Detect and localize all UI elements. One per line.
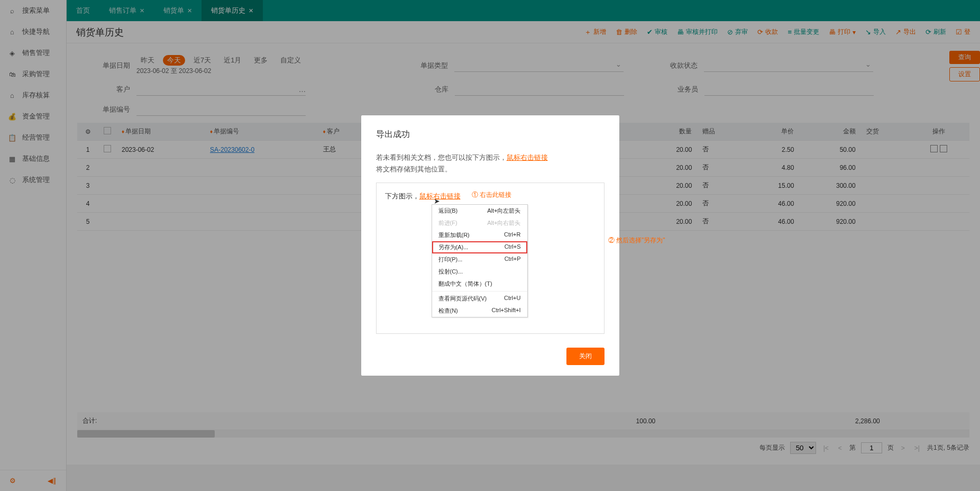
context-menu-item: 返回(B)Alt+向左箭头: [432, 205, 527, 217]
context-menu-item: 重新加载(R)Ctrl+R: [432, 229, 527, 241]
cursor-icon: ➤: [434, 197, 440, 205]
context-menu-item: 投射(C)...: [432, 266, 527, 278]
context-menu-item: 另存为(A)...Ctrl+S: [432, 241, 527, 253]
context-menu-item: 检查(N)Ctrl+Shift+I: [432, 305, 527, 317]
guide-link: 鼠标右击链接: [419, 192, 461, 200]
guide-box: 右击此链接 下方图示，鼠标右击链接 ➤ 返回(B)Alt+向左箭头前进(F)Al…: [376, 183, 605, 334]
context-menu-item: 前进(F)Alt+向右箭头: [432, 217, 527, 229]
modal-overlay: 导出成功 若未看到相关文档，您也可以按下方图示，鼠标右击链接 将文档存储到其他位…: [0, 0, 980, 491]
context-menu: 返回(B)Alt+向左箭头前进(F)Alt+向右箭头重新加载(R)Ctrl+R另…: [432, 204, 528, 317]
context-menu-item: 翻成中文（简体）(T): [432, 278, 527, 290]
export-success-dialog: 导出成功 若未看到相关文档，您也可以按下方图示，鼠标右击链接 将文档存储到其他位…: [361, 115, 619, 376]
context-menu-item: 查看网页源代码(V)Ctrl+U: [432, 293, 527, 305]
callout-2: ② 然后选择"另存为": [608, 236, 665, 245]
dialog-close-button[interactable]: 关闭: [566, 348, 605, 365]
dialog-title: 导出成功: [376, 129, 605, 140]
dialog-text: 若未看到相关文档，您也可以按下方图示，鼠标右击链接 将文档存储到其他位置。: [376, 152, 605, 175]
callout-1: 右击此链接: [472, 190, 511, 199]
dialog-link-rightclick[interactable]: 鼠标右击链接: [507, 153, 548, 161]
context-menu-item: 打印(P)...Ctrl+P: [432, 253, 527, 266]
